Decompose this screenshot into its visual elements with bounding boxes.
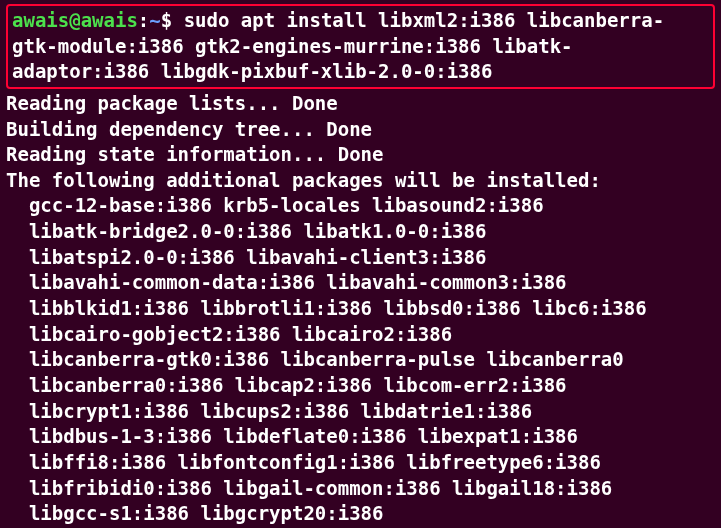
output-building-tree: Building dependency tree... Done [6,117,715,143]
package-list-line: libatk-bridge2.0-0:i386 libatk1.0-0:i386 [6,219,715,245]
prompt-path: ~ [149,9,160,31]
package-list-line: libfribidi0:i386 libgail-common:i386 lib… [6,476,715,502]
command-highlight-box: awais@awais:~$ sudo apt install libxml2:… [6,4,715,89]
package-list-line: libgcc-s1:i386 libgcrypt20:i386 [6,501,715,527]
output-additional-packages-header: The following additional packages will b… [6,168,715,194]
package-list-line: libatspi2.0-0:i386 libavahi-client3:i386 [6,245,715,271]
prompt-dollar: $ [161,9,184,31]
package-list-line: libcrypt1:i386 libcups2:i386 libdatrie1:… [6,399,715,425]
package-list-line: gcc-12-base:i386 krb5-locales libasound2… [6,193,715,219]
output-reading-state: Reading state information... Done [6,142,715,168]
package-list-line: libffi8:i386 libfontconfig1:i386 libfree… [6,450,715,476]
package-list-line: libcanberra0:i386 libcap2:i386 libcom-er… [6,373,715,399]
package-list-line: libblkid1:i386 libbrotli1:i386 libbsd0:i… [6,296,715,322]
package-list-line: libcanberra-gtk0:i386 libcanberra-pulse … [6,347,715,373]
output-reading-packages: Reading package lists... Done [6,91,715,117]
package-list-line: libcairo-gobject2:i386 libcairo2:i386 [6,322,715,348]
prompt-user-host: awais@awais [12,9,138,31]
package-list-line: libdbus-1-3:i386 libdeflate0:i386 libexp… [6,424,715,450]
prompt-colon: : [138,9,149,31]
package-list-line: libavahi-common-data:i386 libavahi-commo… [6,270,715,296]
